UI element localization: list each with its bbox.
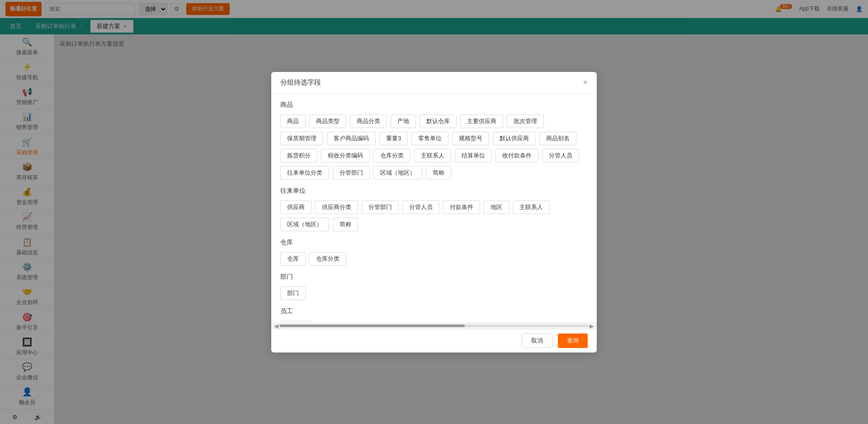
field-tag-dept-0[interactable]: 部门 <box>280 286 306 300</box>
field-tag-goods-7[interactable]: 保质期管理 <box>280 132 323 145</box>
field-tag-partner-2[interactable]: 分管部门 <box>362 200 399 214</box>
field-tag-goods-4[interactable]: 默认仓库 <box>420 114 457 128</box>
scroll-right-arrow[interactable]: ▶ <box>589 323 595 329</box>
field-tag-warehouse-0[interactable]: 仓库 <box>280 252 306 266</box>
field-tag-goods-20[interactable]: 分管人员 <box>542 149 579 162</box>
field-tag-partner-4[interactable]: 付款条件 <box>443 200 480 214</box>
modal-overlay: 分组待选字段 × 商品 商品 商品类型 商品分类 产地 默认仓库 主要供应商 批… <box>0 0 868 424</box>
field-tag-partner-1[interactable]: 供应商分类 <box>315 200 358 214</box>
field-tag-goods-22[interactable]: 分管部门 <box>333 166 370 180</box>
field-grid-goods: 商品 商品类型 商品分类 产地 默认仓库 主要供应商 批次管理 保质期管理 客户… <box>280 114 588 180</box>
modal-dialog: 分组待选字段 × 商品 商品 商品类型 商品分类 产地 默认仓库 主要供应商 批… <box>271 72 597 353</box>
field-tag-goods-1[interactable]: 商品类型 <box>309 114 346 128</box>
section-title-partner: 往来单位 <box>280 187 588 195</box>
modal-title: 分组待选字段 <box>280 78 321 87</box>
section-title-warehouse: 仓库 <box>280 238 588 247</box>
field-tag-goods-5[interactable]: 主要供应商 <box>460 114 503 128</box>
field-tag-partner-8[interactable]: 简称 <box>333 218 358 231</box>
field-grid-warehouse: 仓库 仓库分类 <box>280 252 588 266</box>
modal-header: 分组待选字段 × <box>271 72 597 94</box>
modal-body: 商品 商品 商品类型 商品分类 产地 默认仓库 主要供应商 批次管理 保质期管理… <box>271 94 597 323</box>
field-tag-goods-13[interactable]: 商品别名 <box>539 132 576 145</box>
field-tag-partner-3[interactable]: 分管人员 <box>402 200 439 214</box>
field-tag-goods-17[interactable]: 主联系人 <box>414 149 451 162</box>
field-tag-goods-11[interactable]: 规格型号 <box>452 132 489 145</box>
modal-footer: 取消 查询 <box>271 329 597 353</box>
modal-close-button[interactable]: × <box>583 78 588 87</box>
field-tag-goods-8[interactable]: 客户商品编码 <box>327 132 376 145</box>
field-tag-goods-9[interactable]: 重量3 <box>379 132 408 145</box>
field-tag-goods-10[interactable]: 零售单位 <box>411 132 448 145</box>
field-tag-goods-24[interactable]: 简称 <box>426 166 451 180</box>
field-tag-partner-0[interactable]: 供应商 <box>280 200 311 214</box>
field-tag-goods-16[interactable]: 仓库分类 <box>373 149 410 162</box>
field-tag-partner-6[interactable]: 主联系人 <box>513 200 550 214</box>
field-tag-goods-0[interactable]: 商品 <box>280 114 306 128</box>
field-tag-goods-19[interactable]: 收付款条件 <box>495 149 538 162</box>
field-tag-goods-21[interactable]: 往来单位分类 <box>280 166 329 180</box>
section-title-staff: 员工 <box>280 307 588 315</box>
field-tag-partner-7[interactable]: 区域（地区） <box>280 218 329 231</box>
field-tag-goods-18[interactable]: 结算单位 <box>455 149 492 162</box>
field-tag-warehouse-1[interactable]: 仓库分类 <box>309 252 346 266</box>
cancel-button[interactable]: 取消 <box>522 333 552 348</box>
section-title-dept: 部门 <box>280 273 588 281</box>
field-tag-partner-5[interactable]: 地区 <box>484 200 509 214</box>
section-title-goods: 商品 <box>280 101 588 109</box>
field-tag-goods-6[interactable]: 批次管理 <box>507 114 544 128</box>
field-tag-goods-2[interactable]: 商品分类 <box>350 114 387 128</box>
scroll-track <box>279 324 589 327</box>
field-tag-goods-23[interactable]: 区域（地区） <box>373 166 422 180</box>
field-tag-goods-3[interactable]: 产地 <box>391 114 416 128</box>
scroll-left-arrow[interactable]: ◀ <box>273 323 279 329</box>
field-tag-goods-14[interactable]: 炼货积分 <box>280 149 317 162</box>
field-tag-goods-12[interactable]: 默认供应商 <box>493 132 536 145</box>
scroll-thumb <box>279 324 465 327</box>
field-tag-goods-15[interactable]: 税收分类编码 <box>321 149 370 162</box>
field-grid-partner: 供应商 供应商分类 分管部门 分管人员 付款条件 地区 主联系人 区域（地区） … <box>280 200 588 231</box>
modal-horizontal-scrollbar[interactable]: ◀ ▶ <box>271 323 597 329</box>
field-grid-dept: 部门 <box>280 286 588 300</box>
confirm-button[interactable]: 查询 <box>558 333 588 348</box>
